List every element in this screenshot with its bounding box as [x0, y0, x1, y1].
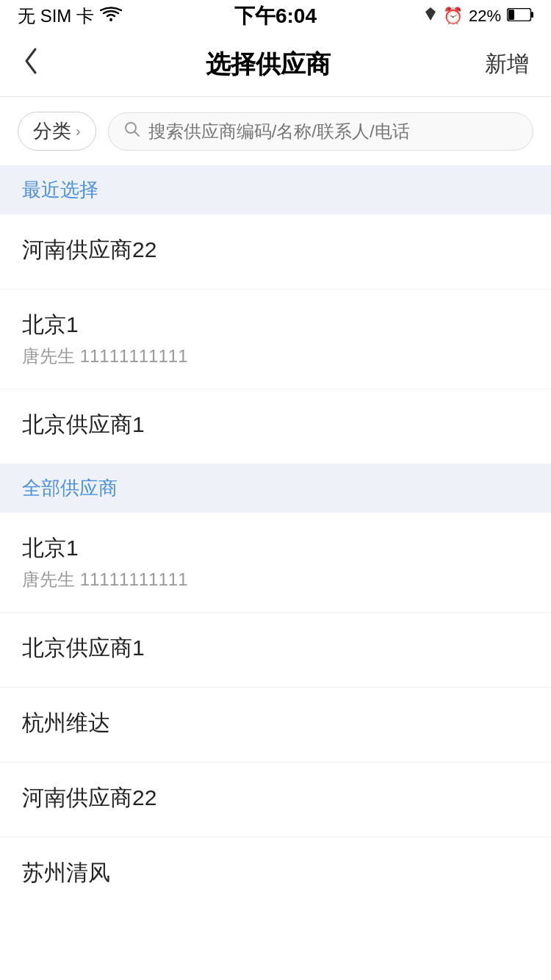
status-right: ⏰ 22% — [424, 6, 533, 26]
list-item-name: 北京供应商1 — [22, 410, 529, 440]
search-input[interactable] — [148, 121, 518, 142]
back-button[interactable] — [22, 46, 66, 82]
chevron-right-icon: › — [76, 123, 81, 140]
list-item[interactable]: 北京1唐先生 11111111111 — [0, 289, 551, 389]
list-item-sub: 唐先生 11111111111 — [22, 568, 529, 591]
battery-percent: 22% — [469, 7, 501, 26]
category-label: 分类 — [33, 118, 71, 144]
svg-rect-2 — [508, 10, 514, 20]
list-item[interactable]: 北京供应商1 — [0, 389, 551, 464]
list-item-name: 北京供应商1 — [22, 633, 529, 663]
list-item-name: 苏州清风 — [22, 858, 529, 888]
list-item[interactable]: 河南供应商22 — [0, 763, 551, 837]
list-item-name: 河南供应商22 — [22, 235, 529, 265]
status-left: 无 SIM 卡 — [18, 4, 122, 28]
page-title: 选择供应商 — [66, 48, 470, 82]
alarm-icon: ⏰ — [443, 7, 463, 26]
add-button[interactable]: 新增 — [470, 49, 529, 79]
list-item[interactable]: 苏州清风 — [0, 837, 551, 912]
search-box[interactable] — [108, 112, 533, 151]
list-item-name: 北京1 — [22, 310, 529, 340]
recent-section-label: 最近选择 — [22, 179, 98, 201]
status-bar: 无 SIM 卡 下午6:04 ⏰ 22% — [0, 0, 551, 32]
svg-rect-3 — [531, 12, 533, 18]
nav-bar: 选择供应商 新增 — [0, 32, 551, 97]
all-section-label: 全部供应商 — [22, 477, 118, 499]
all-section-header: 全部供应商 — [0, 464, 551, 513]
list-item-name: 杭州维达 — [22, 708, 529, 738]
category-button[interactable]: 分类 › — [18, 112, 96, 151]
list-item-name: 河南供应商22 — [22, 783, 529, 813]
wifi-icon — [100, 6, 122, 26]
search-icon — [123, 120, 141, 143]
list-item[interactable]: 北京供应商1 — [0, 613, 551, 688]
list-item-sub: 唐先生 11111111111 — [22, 345, 529, 368]
svg-point-0 — [109, 18, 112, 21]
battery-icon — [507, 7, 533, 26]
sim-status: 无 SIM 卡 — [18, 4, 94, 28]
recent-section-header: 最近选择 — [0, 165, 551, 215]
status-time: 下午6:04 — [234, 2, 317, 30]
list-item[interactable]: 北京1唐先生 11111111111 — [0, 513, 551, 613]
recent-list: 河南供应商22北京1唐先生 11111111111北京供应商1 — [0, 215, 551, 464]
filter-row: 分类 › — [0, 97, 551, 165]
all-list: 北京1唐先生 11111111111北京供应商1杭州维达河南供应商22苏州清风 — [0, 513, 551, 912]
list-item[interactable]: 杭州维达 — [0, 688, 551, 763]
list-item-name: 北京1 — [22, 533, 529, 563]
location-icon — [424, 6, 437, 26]
list-item[interactable]: 河南供应商22 — [0, 215, 551, 289]
